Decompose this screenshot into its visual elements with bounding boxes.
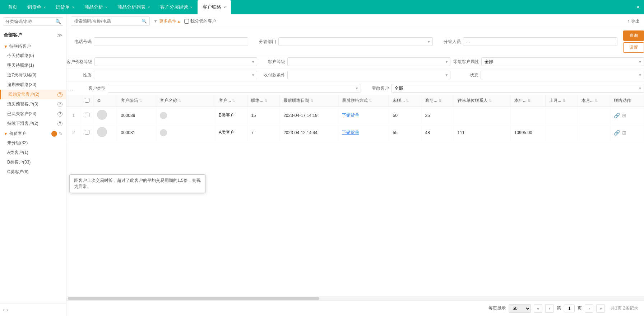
page-input[interactable] <box>564 305 575 312</box>
my-customers-checkbox[interactable] <box>184 19 189 24</box>
lost-help-icon[interactable]: ? <box>57 112 62 117</box>
th-last-contact-method[interactable]: 最后联络方式 ⇅ <box>338 95 389 107</box>
nav-product-analysis[interactable]: 商品分析 × <box>79 0 112 14</box>
sidebar-a-class[interactable]: A类客户(1) <box>0 148 66 157</box>
my-customers-checkbox-label[interactable]: 我分管的客户 <box>184 18 216 24</box>
more-conditions-btn[interactable]: ▼ 更多条件 ▲ <box>153 18 181 24</box>
scrollbar-thumb[interactable] <box>68 297 319 300</box>
window-close-button[interactable]: × <box>636 4 640 10</box>
query-button[interactable]: 查询 <box>623 30 644 41</box>
sidebar-lost[interactable]: 已流失客户(24) ? <box>0 109 66 119</box>
row1-this-month <box>578 107 610 124</box>
nav-product-analysis-close[interactable]: × <box>105 5 107 9</box>
sidebar-c-class[interactable]: C类客户(6) <box>0 167 66 177</box>
sidebar-today-contact[interactable]: 今天待联络(0) <box>0 51 66 61</box>
phone-input[interactable] <box>94 37 248 46</box>
th-this-month[interactable]: 本月... ⇅ <box>578 95 610 107</box>
conditions-chevron-icon: ▲ <box>177 19 181 23</box>
nav-product-analysis-list[interactable]: 商品分析列表 × <box>112 0 155 14</box>
sidebar-unclassified[interactable]: 未分组(32) <box>0 138 66 148</box>
sidebar-prev-btn[interactable]: ‹ <box>3 307 5 313</box>
row1-last-method[interactable]: 下销货单 <box>338 107 389 124</box>
nav-customer-contact-close[interactable]: × <box>223 5 226 9</box>
customer-type-select[interactable] <box>108 84 361 93</box>
more-btn[interactable]: ... <box>66 85 75 92</box>
sidebar-search-icon[interactable]: 🔍 <box>55 19 61 24</box>
gender-select[interactable] <box>94 71 257 79</box>
horizontal-scrollbar[interactable] <box>66 296 644 300</box>
row1-grid-icon[interactable]: ⊞ <box>622 113 626 118</box>
last-month-sort-icon: ⇅ <box>562 99 565 103</box>
th-this-year[interactable]: 本年... ⇅ <box>510 95 545 107</box>
row1-link-icon[interactable]: 🔗 <box>614 113 620 118</box>
dept-select[interactable] <box>278 37 433 46</box>
th-last-month[interactable]: 上月... ⇅ <box>545 95 578 107</box>
sidebar-declining[interactable]: 持续下滑客户(2) ? <box>0 119 66 128</box>
sidebar-collapse-icon[interactable]: ≫ <box>57 32 62 38</box>
settings-button[interactable]: 设置 <box>623 42 644 53</box>
nav-sales[interactable]: 销货单 × <box>22 0 51 14</box>
table-area: 距客户上次交易时长，超过了此客户的平均交易周期的1.5倍，则视为异常。 ⚙ <box>66 95 644 296</box>
company-sort-icon: ⇅ <box>489 99 492 103</box>
row1-checkbox[interactable] <box>85 113 89 117</box>
row2-grid-icon[interactable]: ⊞ <box>622 130 626 136</box>
sidebar-search-input[interactable] <box>3 17 63 26</box>
row2-name[interactable] <box>156 124 215 141</box>
retail-customer-field: 零散客户 全部 ▼ <box>364 84 644 93</box>
status-select[interactable] <box>481 71 644 79</box>
sidebar-repurchase-abnormal[interactable]: 回购异常客户(2) ? <box>0 90 66 99</box>
sidebar-lost-preview[interactable]: 流失预警客户(3) ? <box>0 99 66 109</box>
th-type[interactable]: 客户... ⇅ <box>215 95 247 107</box>
row1-name[interactable] <box>156 107 215 124</box>
select-all-checkbox[interactable] <box>85 98 89 103</box>
sidebar-overdue-contact[interactable]: 逾期未联络(30) <box>0 80 66 90</box>
row2-link-icon[interactable]: 🔗 <box>614 130 620 136</box>
value-customers-group[interactable]: ▼ 价值客户 ✎ <box>0 128 66 138</box>
first-page-btn[interactable]: « <box>534 304 542 313</box>
nav-customer-contact[interactable]: 客户联络 × <box>198 0 231 14</box>
th-company-contact[interactable]: 往来单位联系人 ⇅ <box>454 95 510 107</box>
customer-level-field: 客户等级 ▼ <box>260 57 451 66</box>
row2-last-method[interactable]: 下销货单 <box>338 124 389 141</box>
search-icon[interactable]: 🔍 <box>142 19 147 24</box>
nav-product-analysis-list-close[interactable]: × <box>148 5 150 9</box>
export-button[interactable]: ↑ 导出 <box>627 18 640 24</box>
next-page-btn[interactable]: › <box>585 304 593 313</box>
retail-customer-select[interactable]: 全部 <box>391 84 644 93</box>
th-last-contact-date[interactable]: 最后联络日期 ⇅ <box>280 95 338 107</box>
prev-page-btn[interactable]: ‹ <box>545 304 554 313</box>
row2-checkbox[interactable] <box>85 130 89 135</box>
customer-level-select[interactable] <box>287 57 451 66</box>
pending-contact-group[interactable]: ▼ 待联络客户 <box>0 41 66 51</box>
th-settings[interactable]: ⚙ <box>93 95 117 107</box>
pagination-bar: 每页显示 50 « ‹ 第 页 › » 共1页 2条记录 <box>66 300 644 316</box>
th-contact[interactable]: 联络... ⇅ <box>247 95 280 107</box>
declining-help-icon[interactable]: ? <box>57 121 62 126</box>
payment-select[interactable] <box>287 71 451 79</box>
sidebar-7days-contact[interactable]: 近7天待联络(0) <box>0 70 66 80</box>
nav-purchase-close[interactable]: × <box>72 5 74 9</box>
last-page-btn[interactable]: » <box>596 304 605 313</box>
sidebar: 🔍 全部客户 ≫ ▼ 待联络客户 今天待联络(0) 明天待联络(1) 近7天待联… <box>0 14 66 316</box>
th-uncontacted[interactable]: 未联... ⇅ <box>389 95 421 107</box>
manager-input[interactable] <box>463 37 617 46</box>
search-input[interactable] <box>71 16 150 26</box>
nav-sales-close[interactable]: × <box>43 5 46 9</box>
page-size-select[interactable]: 50 <box>509 304 531 313</box>
th-name[interactable]: 客户名称 ⇅ <box>156 95 215 107</box>
sidebar-b-class[interactable]: B类客户(33) <box>0 157 66 167</box>
th-overdue[interactable]: 逾期... ⇅ <box>421 95 454 107</box>
nav-home[interactable]: 首页 <box>3 0 22 14</box>
nav-customer-segment-close[interactable]: × <box>190 5 193 9</box>
repurchase-help-icon[interactable]: ? <box>57 92 62 97</box>
th-code[interactable]: 客户编码 ⇅ <box>117 95 156 107</box>
sidebar-tomorrow-contact[interactable]: 明天待联络(1) <box>0 61 66 70</box>
settings-icon[interactable]: ⚙ <box>97 98 101 103</box>
nav-customer-segment[interactable]: 客户分层经营 × <box>155 0 198 14</box>
value-customers-edit-icon[interactable]: ✎ <box>59 131 62 137</box>
price-level-select[interactable] <box>94 57 257 66</box>
nav-purchase[interactable]: 进货单 × <box>51 0 79 14</box>
retail-attr-select[interactable]: 全部 <box>481 57 644 66</box>
sidebar-next-btn[interactable]: › <box>6 307 8 313</box>
lost-preview-help-icon[interactable]: ? <box>57 102 62 107</box>
